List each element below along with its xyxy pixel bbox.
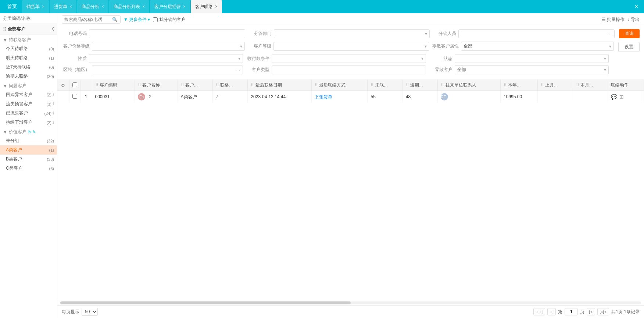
col-label: 本年... <box>508 82 520 88</box>
close-icon[interactable]: × <box>215 4 218 9</box>
query-button[interactable]: 查询 <box>619 29 640 38</box>
region-input[interactable]: ··· <box>92 66 243 74</box>
nav-home[interactable]: 首页 <box>3 0 21 13</box>
action-buttons: 查询 <box>616 29 640 38</box>
total-label: 共1页 1条记录 <box>611 309 640 315</box>
sidebar-item-churn-warning[interactable]: 流失预警客户 (3) ℹ <box>0 99 57 109</box>
batch-operation-button[interactable]: ☰ 批量操作 <box>602 17 625 23</box>
price-level-label: 客户价格等级 <box>63 43 92 49</box>
sidebar-item-tomorrow[interactable]: 明天待联络 (1) <box>0 53 57 63</box>
nav-tab-sales[interactable]: 销货单 × <box>22 0 49 13</box>
payment-select[interactable]: ▾ <box>272 54 426 63</box>
col-label: 最后联络日期 <box>255 82 282 88</box>
next-page-button[interactable]: ▷ <box>587 308 595 315</box>
category-search-input[interactable] <box>3 16 57 21</box>
content-area: 🔍 ▼ 更多条件 ▾ 我分管的客户 ☰ 批量操作 ↓ 导出 <box>57 13 644 318</box>
page-label2: 页 <box>580 309 584 315</box>
row-name: Ea ？ <box>135 91 178 103</box>
sidebar-group-problem[interactable]: ▼ 问题客户 <box>0 81 57 90</box>
manager-input[interactable]: ··· <box>458 29 615 38</box>
customer-name-text: ？ <box>147 94 152 100</box>
sidebar-item-a-class[interactable]: A类客户 (1) <box>0 145 57 155</box>
name-cell: Ea ？ <box>138 93 175 100</box>
item-count: (2) <box>47 120 51 125</box>
nav-tab-purchase[interactable]: 进货单 × <box>50 0 76 13</box>
scrollbar-thumb[interactable] <box>60 301 351 304</box>
customer-level-select[interactable]: ▾ <box>273 42 429 51</box>
close-icon[interactable]: × <box>42 4 44 9</box>
item-label: 回购异常客户 <box>6 92 32 98</box>
customer-type-label: 客户类型 <box>246 67 272 73</box>
sidebar-group-pending[interactable]: ▼ 待联络客户 <box>0 35 57 44</box>
col-label: 往来单位联系人 <box>446 82 476 88</box>
collapse-icon[interactable]: 《 <box>50 26 54 32</box>
sidebar-item-7days[interactable]: 近7天待联络 (0) <box>0 63 57 72</box>
last-page-button[interactable]: ▷▷ <box>597 308 609 315</box>
col-label: 客户... <box>185 82 198 88</box>
settings-button[interactable]: 设置 <box>618 42 640 52</box>
qr-icon[interactable]: ⊞ <box>619 94 624 100</box>
select-all-checkbox[interactable] <box>72 82 77 87</box>
sidebar-item-repurchase-anomaly[interactable]: 回购异常客户 (2) ℹ <box>0 90 57 99</box>
col-settings[interactable]: ⚙ <box>57 80 69 91</box>
retail-attr-select[interactable]: 全部 ▾ <box>461 42 614 51</box>
more-icon: ··· <box>607 31 612 36</box>
nav-tab-customer-mgmt[interactable]: 客户分层经营 × <box>150 0 190 13</box>
phone-input[interactable] <box>89 29 245 38</box>
chat-icon[interactable]: 💬 <box>611 94 617 100</box>
close-icon[interactable]: × <box>142 4 145 9</box>
price-level-select[interactable]: ▾ <box>92 42 245 51</box>
item-count: (0) <box>49 47 54 51</box>
col-label: 客户名称 <box>142 82 160 88</box>
page-number-input[interactable] <box>565 308 578 315</box>
sidebar-item-declining[interactable]: 持续下滑客户 (2) ℹ <box>0 118 57 127</box>
sidebar-item-c-class[interactable]: C类客户 (6) <box>0 164 57 173</box>
filter-cell-retail-attr: 零散客户属性 全部 ▾ <box>431 42 615 51</box>
last-contact-link[interactable]: 下销货单 <box>315 94 332 99</box>
retail-customer-select[interactable]: 全部 ▾ <box>455 65 609 74</box>
edit-icon[interactable]: ✎ <box>32 130 36 135</box>
batch-op-icon: ☰ <box>602 17 606 22</box>
phone-label: 电话号码 <box>63 31 89 37</box>
col-label: 本月... <box>580 82 593 88</box>
col-label: 上月... <box>545 82 558 88</box>
nav-tab-label: 客户分层经营 <box>154 4 181 10</box>
col-last-month: ⠿ 上月... <box>538 80 573 91</box>
search-icon[interactable]: 🔍 <box>112 17 118 22</box>
row-select-checkbox[interactable] <box>72 94 77 99</box>
all-customers-header[interactable]: ⠿ 全部客户 《 <box>0 24 57 35</box>
item-label: B类客户 <box>6 156 22 162</box>
global-close-button[interactable]: × <box>632 3 641 10</box>
sidebar-item-today[interactable]: 今天待联络 (0) <box>0 44 57 53</box>
sidebar-group-value[interactable]: ▼ 价值客户 ↻ ✎ <box>0 127 57 136</box>
close-icon[interactable]: × <box>101 4 104 9</box>
nav-tab-analysis[interactable]: 商品分析 × <box>77 0 108 13</box>
sidebar-item-b-class[interactable]: B类客户 (33) <box>0 155 57 164</box>
filter-row-4: 区域（地区） ··· 客户类型 零散客户 全部 ▾ <box>62 65 640 74</box>
page-size-select[interactable]: 50 <box>82 308 98 316</box>
nav-tab-analysis-list[interactable]: 商品分析列表 × <box>109 0 149 13</box>
table-header-row: ⚙ ⠿ 客户编码 ⠿ 客户名称 <box>57 80 644 91</box>
customer-search-input[interactable] <box>64 17 112 22</box>
all-customers-label: 全部客户 <box>8 26 25 32</box>
col-last-contact-method: ⠿ 最后联络方式 <box>311 80 368 91</box>
dept-select[interactable]: ▾ <box>274 29 430 38</box>
first-page-button[interactable]: ◁◁ <box>533 308 545 315</box>
row-customer-type: A类客户 <box>178 91 212 103</box>
customer-type-input[interactable] <box>272 66 426 74</box>
col-label: 客户编码 <box>100 82 117 88</box>
nature-select[interactable]: ▾ <box>89 54 243 63</box>
close-icon[interactable]: × <box>183 4 186 9</box>
sidebar-item-overdue[interactable]: 逾期未联络 (30) <box>0 72 57 81</box>
more-filter-button[interactable]: ▼ 更多条件 ▾ <box>124 17 150 23</box>
refresh-icon[interactable]: ↻ <box>28 130 32 135</box>
nav-tab-customer-contact[interactable]: 客户联络 × <box>191 0 222 13</box>
export-button[interactable]: ↓ 导出 <box>627 17 640 23</box>
prev-page-button[interactable]: ◁ <box>547 308 556 315</box>
sidebar-item-unclassified[interactable]: 未分组 (32) <box>0 136 57 145</box>
close-icon[interactable]: × <box>69 4 72 9</box>
item-count: (0) <box>49 65 54 70</box>
my-customer-check[interactable] <box>153 17 158 22</box>
status-select[interactable]: ▾ <box>455 54 609 63</box>
sidebar-item-churned[interactable]: 已流失客户 (24) ℹ <box>0 109 57 118</box>
